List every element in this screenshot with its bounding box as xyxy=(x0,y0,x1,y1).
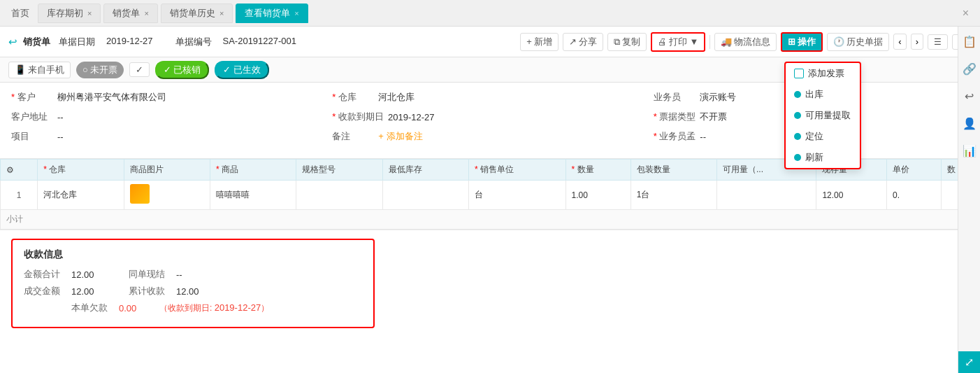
tab-view-sales-label: 查看销货单 xyxy=(245,7,290,20)
warehouse-value: 河北仓库 xyxy=(378,91,490,104)
row-pack-qty: 1台 xyxy=(630,181,716,210)
same-order-item: 同单现结 -- xyxy=(129,268,211,281)
locate-item[interactable]: 定位 xyxy=(786,126,860,147)
subtotal-label: 小计 xyxy=(1,210,980,230)
add-invoice-item[interactable]: 添加发票 xyxy=(786,63,860,84)
th-gear: ⚙ xyxy=(1,160,38,181)
sidebar-icon-user[interactable]: 👤 xyxy=(960,114,979,133)
print-button[interactable]: 🖨 打印 ▼ xyxy=(651,32,705,52)
refresh-icon xyxy=(794,154,801,161)
table-row: 1 河北仓库 嘻嘻嘻嘻 台 1.00 1台 12.00 0. xyxy=(1,181,980,210)
th-min-stock: 最低库存 xyxy=(382,160,468,181)
tab-home-label: 首页 xyxy=(11,7,29,20)
payment-info-box: 收款信息 金额合计 12.00 同单现结 -- 成交金额 12.00 累计收款 … xyxy=(11,239,375,328)
doc-icon: ↩ xyxy=(8,36,17,48)
invoice-icon xyxy=(794,69,804,78)
ticket-icon: ○ xyxy=(82,64,88,75)
th-product-img: 商品图片 xyxy=(124,160,210,181)
tab-view-sales-close[interactable]: × xyxy=(294,9,298,17)
deal-item: 成交金额 12.00 xyxy=(24,285,106,297)
sidebar-icon-expand[interactable]: ⤢ xyxy=(958,351,980,373)
next-button[interactable]: › xyxy=(911,34,923,50)
history-button[interactable]: 🕐 历史单据 xyxy=(827,33,889,51)
owe-item: 本单欠款 0.00 （收款到期日: 2019-12-27） xyxy=(71,302,269,314)
warehouse-label: 仓库 xyxy=(332,91,374,104)
from-phone-button[interactable]: 📱 来自手机 xyxy=(8,62,71,78)
tab-inventory-close[interactable]: × xyxy=(87,9,92,17)
product-table: ⚙ 仓库 商品图片 商品 规格型号 最低库存 销售单位 数量 包装数量 可用量（… xyxy=(0,159,980,230)
extract-icon xyxy=(794,112,801,119)
th-spec: 规格型号 xyxy=(296,160,382,181)
project-value: -- xyxy=(57,132,169,142)
address-group: 客户地址 -- xyxy=(11,111,326,123)
customer-group: 客户 柳州粤港平安气体有限公司 xyxy=(11,91,326,104)
logistics-button[interactable]: 🚚 物流信息 xyxy=(714,33,777,51)
operate-icon: ⊞ xyxy=(788,36,795,47)
sidebar-icon-chart[interactable]: 📊 xyxy=(960,141,979,160)
tab-sales-history-close[interactable]: × xyxy=(219,9,224,17)
operate-dropdown: 添加发票 出库 可用量提取 定位 刷新 xyxy=(784,62,861,169)
prev-button[interactable]: ‹ xyxy=(893,34,906,50)
doc-meta: 单据日期 2019-12-27 单据编号 SA-20191227-001 xyxy=(59,36,296,48)
confirmed-button[interactable]: ✓ 已核销 xyxy=(155,61,210,79)
cumulative-label: 累计收款 xyxy=(129,285,171,297)
share-button[interactable]: ↗ 分享 xyxy=(563,33,603,51)
tab-sales-history[interactable]: 销货单历史 × xyxy=(161,3,233,23)
th-qty: 数量 xyxy=(565,160,630,181)
row-min-stock xyxy=(382,181,468,210)
doc-no-value: SA-20191227-001 xyxy=(223,36,297,48)
tab-sales[interactable]: 销货单 × xyxy=(103,3,157,23)
check-icon: ✓ xyxy=(136,64,143,75)
confirmed-check: ✓ xyxy=(164,64,174,75)
sidebar-icon-return[interactable]: ↩ xyxy=(962,87,977,106)
remark-group: 备注 添加备注 xyxy=(332,130,647,143)
tab-home[interactable]: 首页 xyxy=(6,3,35,23)
remark-label: 备注 xyxy=(332,130,374,143)
sidebar-icon-link[interactable]: 🔗 xyxy=(960,59,979,78)
outbound-icon xyxy=(794,91,801,98)
available-extract-item[interactable]: 可用量提取 xyxy=(786,105,860,126)
sidebar-icon-doc[interactable]: 📋 xyxy=(960,32,979,51)
copy-button[interactable]: ⧉ 复制 xyxy=(607,33,647,51)
grid-view-button[interactable]: ☰ xyxy=(928,34,948,50)
effect-button[interactable]: ✓ 已生效 xyxy=(215,61,269,79)
tab-bar: 首页 库存期初 × 销货单 × 销货单历史 × 查看销货单 × × xyxy=(0,0,980,27)
window-close-button[interactable]: × xyxy=(957,7,974,20)
outbound-item[interactable]: 出库 xyxy=(786,84,860,105)
owe-value: 0.00 xyxy=(119,303,154,314)
toolbar-right: + 新增 ↗ 分享 ⧉ 复制 🖨 打印 ▼ 🚚 物流信息 ⊞ 操作 xyxy=(520,32,972,52)
tab-view-sales[interactable]: 查看销货单 × xyxy=(236,3,308,23)
new-button[interactable]: + 新增 xyxy=(520,33,559,51)
th-pack-qty: 包装数量 xyxy=(630,160,716,181)
row-warehouse: 河北仓库 xyxy=(38,181,124,210)
same-order-value: -- xyxy=(176,269,211,280)
ticket-type-label: 票据类型 xyxy=(654,111,696,123)
owe-date: 2019-12-27 xyxy=(215,302,261,313)
divider xyxy=(709,35,710,49)
payment-date-label: 收款到期日 xyxy=(332,111,384,123)
staff-label: 业务员 xyxy=(654,91,696,104)
tab-inventory-label: 库存期初 xyxy=(47,7,83,20)
tab-sales-close[interactable]: × xyxy=(144,9,148,17)
payment-row-1: 金额合计 12.00 同单现结 -- xyxy=(24,268,362,281)
tab-inventory[interactable]: 库存期初 × xyxy=(38,3,101,23)
row-spec xyxy=(296,181,382,210)
sales-staff-label: 业务员孟 xyxy=(654,130,696,143)
share-icon: ↗ xyxy=(569,36,577,47)
amount-value: 12.00 xyxy=(71,269,106,280)
payment-row-3: 本单欠款 0.00 （收款到期日: 2019-12-27） xyxy=(24,302,362,314)
print-icon: 🖨 xyxy=(658,36,667,47)
operate-button[interactable]: ⊞ 操作 xyxy=(781,32,823,52)
not-open-button[interactable]: ○ 未开票 xyxy=(76,62,124,78)
outbound-label: 出库 xyxy=(805,88,823,101)
subtotal-row: 小计 xyxy=(1,210,980,230)
tab-sales-label: 销货单 xyxy=(113,7,140,20)
refresh-item[interactable]: 刷新 xyxy=(786,147,860,168)
doc-date-label: 单据日期 xyxy=(59,36,95,48)
confirm-icon-btn[interactable]: ✓ xyxy=(129,62,150,77)
add-note-button[interactable]: 添加备注 xyxy=(378,130,422,143)
payment-date-group: 收款到期日 2019-12-27 xyxy=(332,111,647,123)
product-table-wrap: ⚙ 仓库 商品图片 商品 规格型号 最低库存 销售单位 数量 包装数量 可用量（… xyxy=(0,159,980,230)
warehouse-group: 仓库 河北仓库 xyxy=(332,91,647,104)
tab-sales-history-label: 销货单历史 xyxy=(170,7,215,20)
